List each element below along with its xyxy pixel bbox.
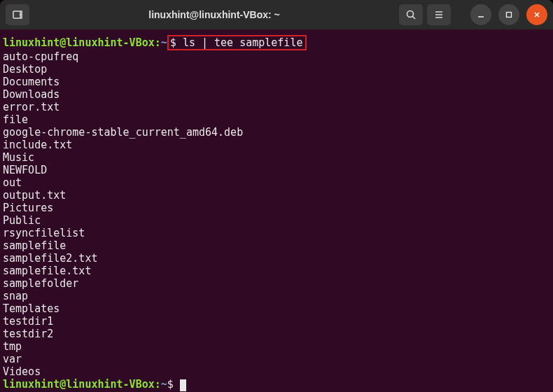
prompt-path: ~ <box>161 36 167 49</box>
window-title: linuxhint@linuxhint-VBox: ~ <box>34 9 395 20</box>
output-line: testdir1 <box>3 315 550 328</box>
prompt-user-host: linuxhint@linuxhint-VBox: <box>3 378 161 391</box>
output-line: snap <box>3 290 550 302</box>
prompt-path: ~ <box>161 378 167 391</box>
close-button[interactable] <box>526 4 547 25</box>
svg-rect-2 <box>507 13 512 18</box>
command-highlight: $ ls | tee samplefile <box>167 35 307 50</box>
output-line: Music <box>3 151 550 164</box>
menu-button[interactable] <box>427 4 451 25</box>
current-prompt-line: linuxhint@linuxhint-VBox:~$ <box>3 378 550 391</box>
output-line: tmp <box>3 340 550 353</box>
new-tab-button[interactable] <box>6 4 29 25</box>
svg-point-1 <box>407 11 414 18</box>
output-line: output.txt <box>3 189 550 202</box>
output-line: google-chrome-stable_current_amd64.deb <box>3 126 550 139</box>
output-line: rsyncfilelist <box>3 227 550 239</box>
output-line: error.txt <box>3 101 550 113</box>
cursor <box>180 379 186 391</box>
output-line: samplefile <box>3 239 550 252</box>
maximize-button[interactable] <box>498 4 519 25</box>
output-line: samplefile2.txt <box>3 252 550 265</box>
output-line: samplefile.txt <box>3 265 550 277</box>
minimize-button[interactable] <box>470 4 491 25</box>
search-button[interactable] <box>399 4 423 25</box>
output-line: Public <box>3 214 550 227</box>
output-line: auto-cpufreq <box>3 50 550 63</box>
svg-rect-0 <box>13 11 20 18</box>
output-line: NEWFOLD <box>3 164 550 176</box>
output-line: Documents <box>3 76 550 88</box>
prompt-symbol: $ <box>170 36 176 49</box>
minimize-icon <box>477 11 484 18</box>
search-icon <box>405 9 416 20</box>
maximize-icon <box>505 11 512 18</box>
prompt-symbol: $ <box>167 378 174 391</box>
terminal-content[interactable]: linuxhint@linuxhint-VBox:~$ ls | tee sam… <box>0 29 553 392</box>
output-line: file <box>3 113 550 126</box>
output-line: var <box>3 353 550 365</box>
output-line: Desktop <box>3 63 550 76</box>
prompt-user-host: linuxhint@linuxhint-VBox: <box>3 36 161 49</box>
output-line: samplefolder <box>3 277 550 290</box>
output-line: out <box>3 176 550 189</box>
terminal-window: linuxhint@linuxhint-VBox: ~ <box>0 0 553 392</box>
command-text: ls | tee samplefile <box>183 36 303 49</box>
output-line: testdir2 <box>3 328 550 340</box>
command-line: linuxhint@linuxhint-VBox:~$ ls | tee sam… <box>3 35 550 50</box>
output-line: Templates <box>3 302 550 315</box>
output-line: Videos <box>3 365 550 378</box>
titlebar: linuxhint@linuxhint-VBox: ~ <box>0 0 553 29</box>
hamburger-icon <box>433 9 444 20</box>
output-line: include.txt <box>3 139 550 151</box>
new-tab-icon <box>12 9 23 20</box>
output-line: Downloads <box>3 88 550 101</box>
output-line: Pictures <box>3 202 550 214</box>
close-icon <box>533 11 540 18</box>
